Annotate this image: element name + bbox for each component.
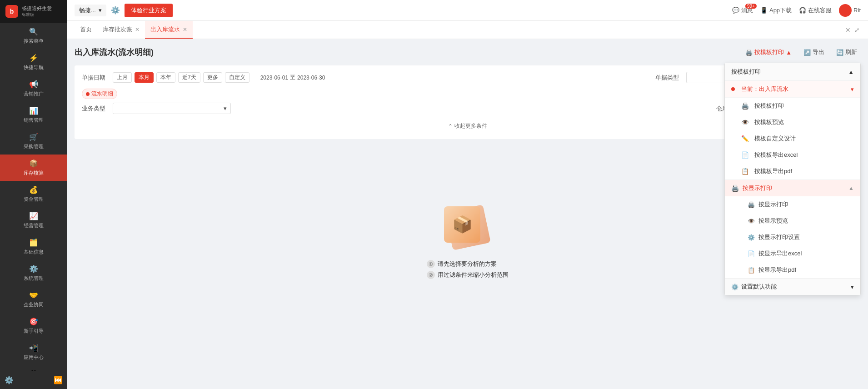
date-range-display: 2023-06-01 至 2023-06-30 [260,74,325,81]
dropdown-sub-item-display-pdf[interactable]: 📋 按显示导出pdf [725,262,860,278]
dropdown-sub-item-display-print[interactable]: 🖨️ 按显示打印 [725,196,860,213]
refresh-icon: 🔄 [836,49,843,56]
finance-icon: 💰 [29,185,38,194]
app-download-label: App下载 [769,6,792,15]
sidebar-item-inventory[interactable]: 📦 库存核算 [0,155,67,181]
page-title: 出入库流水(流水明细) [75,47,154,58]
biz-type-dropdown-icon: ▾ [224,105,227,112]
date-btn-more[interactable]: 更多 [203,72,222,83]
date-btn-7days[interactable]: 近7天 [178,72,200,83]
sidebar-item-operations[interactable]: 📈 经营管理 [0,207,67,234]
header-gear-icon[interactable]: ⚙️ [111,6,120,15]
refresh-label: 刷新 [845,48,857,56]
sidebar-item-label: 资金管理 [24,196,44,203]
date-btn-this-year[interactable]: 本年 [156,72,175,83]
display-pdf-icon: 📋 [748,267,755,274]
sidebar-item-guide[interactable]: 🎯 新手引导 [0,313,67,339]
purchase-icon: 🛒 [29,133,38,141]
empty-hints: ① 请先选择要分析的方案 ② 用过滤条件来缩小分析范围 [427,260,509,282]
sidebar-item-sales[interactable]: 📊 销售管理 [0,102,67,128]
date-btn-custom[interactable]: 自定义 [225,72,249,83]
expand-panel-icon[interactable]: ⤢ [853,25,861,35]
company-selector[interactable]: 畅捷... ▾ [75,5,106,16]
current-template-label: 当前：出入库流水 [741,85,788,93]
user-profile[interactable]: Rit [839,4,861,17]
print-template-btn[interactable]: 🖨️ 按模板打印 ▲ [742,46,795,58]
dropdown-item-template-preview[interactable]: 👁️ 按模板预览 [725,114,860,130]
basic-icon: 🗂️ [29,238,38,247]
display-section-title: 按显示打印 [743,184,772,192]
empty-hint-1-text: 请先选择要分析的方案 [438,260,497,268]
dropdown-close-icon[interactable]: ▲ [848,69,854,75]
dropdown-item-template-pdf[interactable]: 📋 按模板导出pdf [725,163,860,180]
dropdown-footer[interactable]: ⚙️ 设置默认功能 ▾ [725,278,860,295]
tab-stock-flow[interactable]: 出入库流水 ✕ [145,21,193,39]
close-panel-icon[interactable]: ✕ [844,25,852,35]
main-content: 畅捷... ▾ ⚙️ 体验行业方案 💬 消息 99+ 📱 App下载 🎧 [67,0,868,389]
filter-tag-label: 流水明细 [91,90,113,98]
dropdown-sub-item-display-settings[interactable]: ⚙️ 按显示打印设置 [725,229,860,245]
sidebar-item-wechat[interactable]: 💬 企业微信 [0,365,67,371]
dropdown-sub-item-label: 按显示打印 [758,200,788,209]
sidebar-item-purchase[interactable]: 🛒 采购管理 [0,128,67,155]
display-section-header[interactable]: 🖨️ 按显示打印 ▲ [725,180,860,196]
sidebar-item-label: 销售管理 [24,117,44,124]
date-from: 2023-06-01 [260,75,288,81]
app-download-action[interactable]: 📱 App下载 [760,6,792,15]
refresh-btn[interactable]: 🔄 刷新 [833,46,861,58]
app-center-icon: 📲 [29,344,38,352]
dropdown-sub-item-label: 按显示导出pdf [758,266,796,274]
sidebar-item-app-center[interactable]: 📲 应用中心 [0,339,67,365]
dropdown-item-template-excel[interactable]: 📄 按模板导出excel [725,147,860,163]
empty-illustration: 📦 [440,200,495,254]
sidebar-item-basic[interactable]: 🗂️ 基础信息 [0,234,67,260]
sidebar-item-label: 企业协同 [24,301,44,308]
tab-inventory-batch-close[interactable]: ✕ [135,26,140,33]
message-badge: 99+ [745,4,757,9]
company-name: 畅捷通好生意 [22,5,52,11]
service-icon: 🎧 [799,7,806,14]
chevron-up-icon: ⌃ [448,123,453,130]
print-dropdown-panel: 按模板打印 ▲ 当前：出入库流水 ▾ 🖨️ [724,63,861,295]
sidebar-item-enterprise[interactable]: 🤝 企业协同 [0,286,67,313]
dropdown-item-template-print[interactable]: 🖨️ 按模板打印 [725,98,860,114]
date-to: 2023-06-30 [297,75,325,81]
tab-stock-flow-close[interactable]: ✕ [183,26,187,33]
tab-stock-flow-label: 出入库流水 [150,25,180,34]
export-btn[interactable]: ↗️ 导出 [800,46,828,58]
biz-type-selector[interactable]: ▾ [113,103,231,114]
date-btn-last-month[interactable]: 上月 [113,72,132,83]
date-btn-this-month[interactable]: 本月 [135,72,154,83]
dropdown-item-label: 模板自定义设计 [754,135,796,143]
settings-bottom-icon[interactable]: ⚙️ [5,376,14,384]
sidebar-bottom: ⚙️ ⏮️ [0,371,67,389]
sidebar-item-marketing[interactable]: 📢 营销推广 [0,75,67,102]
dropdown-header: 按模板打印 ▲ [725,63,860,81]
current-template-item[interactable]: 当前：出入库流水 ▾ [725,81,860,98]
active-filter-tag[interactable]: 流水明细 [82,89,117,99]
tab-home[interactable]: 首页 [75,21,97,39]
service-action[interactable]: 🎧 在线客服 [799,6,832,15]
sidebar-item-label: 新手引导 [24,328,44,334]
message-icon: 💬 [732,7,739,14]
display-settings-icon: ⚙️ [748,234,755,241]
sidebar-item-label: 基础信息 [24,249,44,255]
message-action[interactable]: 💬 消息 99+ [732,6,753,15]
tab-inventory-batch[interactable]: 库存批次账 ✕ [97,21,145,39]
sidebar-item-search[interactable]: 🔍 搜索菜单 [0,23,67,49]
trial-btn[interactable]: 体验行业方案 [125,4,173,17]
system-icon: ⚙️ [29,264,38,273]
dropdown-item-template-custom[interactable]: ✏️ 模板自定义设计 [725,130,860,147]
sidebar-item-finance[interactable]: 💰 资金管理 [0,181,67,207]
company-dropdown-icon: ▾ [99,7,102,14]
current-template-arrow: ▾ [851,86,854,93]
dropdown-sub-item-display-excel[interactable]: 📄 按显示导出excel [725,245,860,262]
empty-box-front: 📦 [444,206,480,243]
collapse-sidebar-icon[interactable]: ⏮️ [54,376,63,384]
dropdown-sub-item-display-preview[interactable]: 👁️ 按显示预览 [725,213,860,229]
sidebar-item-quick-nav[interactable]: ⚡ 快捷导航 [0,49,67,75]
username-label: Rit [853,7,861,14]
print-icon: 🖨️ [745,49,753,56]
hint-num-2: ② [427,271,435,279]
sidebar-item-system[interactable]: ⚙️ 系统管理 [0,260,67,286]
